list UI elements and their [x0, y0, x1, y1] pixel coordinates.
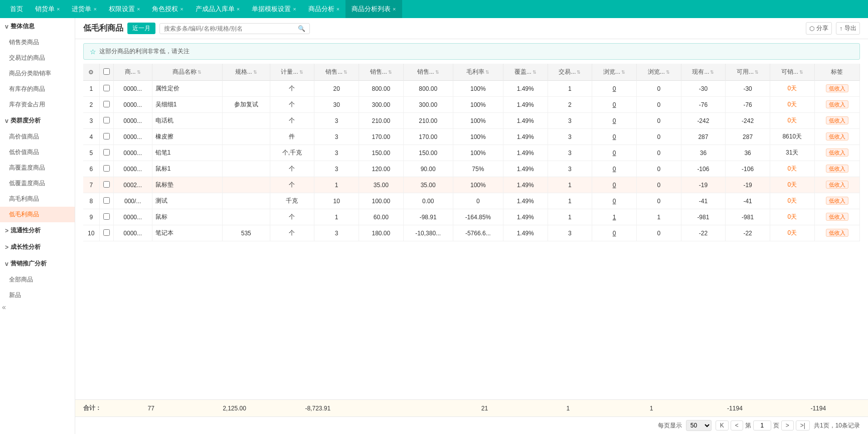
col-trade[interactable]: 交易... ⇅: [548, 64, 592, 81]
col-sale-qty[interactable]: 销售... ⇅: [314, 64, 359, 81]
col-tag[interactable]: 标签: [814, 64, 859, 81]
row-checkbox[interactable]: [99, 177, 113, 193]
row-select-checkbox[interactable]: [103, 117, 110, 123]
row-select-checkbox[interactable]: [103, 213, 110, 220]
sidebar-item-低价值商品[interactable]: 低价值商品: [0, 144, 75, 160]
next-page-button[interactable]: >: [781, 420, 794, 430]
col-unit[interactable]: 计量... ⇅: [270, 64, 314, 81]
row-view1[interactable]: 0: [592, 97, 637, 113]
col-saleable[interactable]: 可销... ⇅: [770, 64, 814, 81]
export-button[interactable]: ↑ 导出: [836, 22, 860, 35]
sidebar-group-流通性分析[interactable]: >流通性分析: [0, 222, 75, 239]
nav-item-商品分析列表[interactable]: 商品分析列表 ×: [345, 0, 402, 18]
date-filter-button[interactable]: 近一月: [127, 23, 155, 34]
row-checkbox[interactable]: [99, 129, 113, 145]
col-sale-price[interactable]: 销售... ⇅: [359, 64, 404, 81]
select-all-checkbox[interactable]: [103, 68, 110, 75]
table-wrapper[interactable]: ⚙ 商... ⇅ 商品名称 ⇅ 规格... ⇅ 计量... ⇅ 销售... ⇅ …: [75, 64, 868, 399]
row-select-checkbox[interactable]: [103, 85, 110, 91]
sidebar-item-高价值商品[interactable]: 高价值商品: [0, 129, 75, 144]
sidebar-item-商品分类助销率[interactable]: 商品分类助销率: [0, 66, 75, 81]
col-sale-amount[interactable]: 销售... ⇅: [403, 64, 453, 81]
share-button[interactable]: ⬡ 分享: [806, 22, 832, 35]
row-view1[interactable]: 0: [592, 113, 637, 129]
sidebar-item-销售类商品[interactable]: 销售类商品: [0, 35, 75, 50]
col-view2[interactable]: 浏览... ⇅: [636, 64, 681, 81]
prev-page-button[interactable]: <: [731, 420, 743, 430]
nav-close-icon[interactable]: ×: [293, 6, 296, 12]
sidebar-item-高毛利商品[interactable]: 高毛利商品: [0, 191, 75, 207]
row-view1-link[interactable]: 0: [613, 182, 616, 189]
row-checkbox[interactable]: [99, 161, 113, 177]
col-checkbox[interactable]: [99, 64, 113, 81]
col-available[interactable]: 可用... ⇅: [726, 64, 770, 81]
row-checkbox[interactable]: [99, 209, 113, 225]
row-select-checkbox[interactable]: [103, 165, 110, 172]
row-checkbox[interactable]: [99, 145, 113, 161]
col-name[interactable]: 商品名称 ⇅: [152, 64, 222, 81]
search-input[interactable]: [164, 25, 296, 32]
row-checkbox[interactable]: [99, 81, 113, 97]
nav-close-icon[interactable]: ×: [137, 6, 140, 12]
row-view1-link[interactable]: 0: [613, 198, 616, 205]
row-view1[interactable]: 1: [592, 209, 637, 225]
sidebar-item-低覆盖度商品[interactable]: 低覆盖度商品: [0, 176, 75, 191]
sidebar-item-库存资金占用[interactable]: 库存资金占用: [0, 97, 75, 112]
row-view1[interactable]: 0: [592, 129, 637, 145]
col-code[interactable]: 商... ⇅: [113, 64, 152, 81]
row-view1-link[interactable]: 0: [613, 101, 616, 108]
sidebar-item-高覆盖度商品[interactable]: 高覆盖度商品: [0, 160, 75, 176]
row-select-checkbox[interactable]: [103, 101, 110, 107]
row-checkbox[interactable]: [99, 97, 113, 113]
row-view1[interactable]: 0: [592, 177, 637, 193]
nav-item-权限设置[interactable]: 权限设置 ×: [103, 0, 146, 18]
row-view1-link[interactable]: 0: [613, 117, 616, 124]
first-page-button[interactable]: K: [716, 420, 729, 430]
col-settings[interactable]: ⚙: [83, 64, 99, 81]
sidebar-item-低毛利商品[interactable]: 低毛利商品: [0, 207, 75, 222]
nav-close-icon[interactable]: ×: [57, 6, 60, 12]
row-view1-link[interactable]: 0: [613, 85, 616, 92]
row-view1[interactable]: 0: [592, 145, 637, 161]
row-view1-link[interactable]: 0: [613, 150, 616, 157]
col-gross-rate[interactable]: 毛利率 ⇅: [453, 64, 503, 81]
sidebar-item-新品[interactable]: 新品: [0, 287, 75, 303]
row-view1-link[interactable]: 0: [613, 166, 616, 173]
nav-item-单据模板设置[interactable]: 单据模板设置 ×: [246, 0, 302, 18]
per-page-select[interactable]: 50 100 200: [686, 420, 712, 431]
row-view1[interactable]: 0: [592, 225, 637, 241]
search-icon[interactable]: 🔍: [298, 25, 305, 32]
row-select-checkbox[interactable]: [103, 149, 110, 156]
col-current[interactable]: 现有... ⇅: [681, 64, 726, 81]
last-page-button[interactable]: >|: [796, 420, 810, 430]
col-spec[interactable]: 规格... ⇅: [222, 64, 270, 81]
row-view1[interactable]: 0: [592, 193, 637, 209]
row-view1[interactable]: 0: [592, 81, 637, 97]
nav-item-商品分析[interactable]: 商品分析 ×: [302, 0, 345, 18]
sidebar-item-全部商品[interactable]: 全部商品: [0, 272, 75, 287]
nav-close-icon[interactable]: ×: [93, 6, 96, 12]
sidebar-item-有库存的商品[interactable]: 有库存的商品: [0, 81, 75, 97]
nav-close-icon[interactable]: ×: [237, 6, 240, 12]
sidebar-collapse-button[interactable]: «: [0, 303, 8, 311]
nav-item-首页[interactable]: 首页: [4, 0, 29, 18]
sidebar-item-交易过的商品[interactable]: 交易过的商品: [0, 50, 75, 66]
nav-close-icon[interactable]: ×: [180, 6, 183, 12]
sidebar-group-成长性分析[interactable]: >成长性分析: [0, 239, 75, 255]
sidebar-group-营销推广分析[interactable]: v营销推广分析: [0, 255, 75, 272]
row-view1-link[interactable]: 0: [613, 230, 616, 237]
row-select-checkbox[interactable]: [103, 133, 110, 139]
nav-close-icon[interactable]: ×: [336, 6, 339, 12]
col-view1[interactable]: 浏览... ⇅: [592, 64, 637, 81]
sidebar-group-整体信息[interactable]: v整体信息: [0, 18, 75, 35]
row-view1[interactable]: 0: [592, 161, 637, 177]
nav-close-icon[interactable]: ×: [393, 6, 396, 12]
page-number-input[interactable]: [753, 420, 771, 430]
col-coverage[interactable]: 覆盖... ⇅: [503, 64, 548, 81]
row-select-checkbox[interactable]: [103, 197, 110, 204]
sidebar-group-类群度分析[interactable]: v类群度分析: [0, 112, 75, 129]
row-select-checkbox[interactable]: [103, 181, 110, 188]
row-checkbox[interactable]: [99, 113, 113, 129]
row-view1-link[interactable]: 1: [613, 214, 616, 221]
row-view1-link[interactable]: 0: [613, 133, 616, 140]
